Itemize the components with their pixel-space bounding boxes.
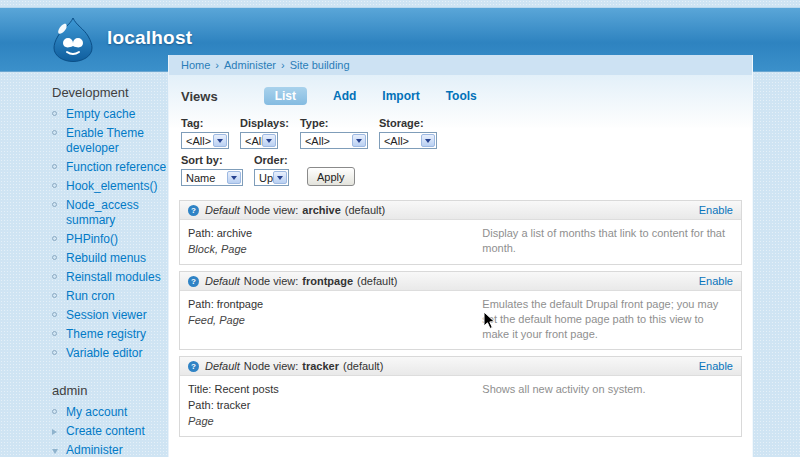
sidebar-item-administer[interactable]: Administer bbox=[52, 443, 168, 457]
dropdown-arrow-icon[interactable] bbox=[273, 171, 287, 184]
leaf-bullet-icon bbox=[52, 236, 57, 241]
collapsed-arrow-icon bbox=[52, 429, 57, 435]
view-name: archive bbox=[302, 204, 341, 216]
type-filter-select[interactable]: <All> bbox=[300, 132, 368, 149]
leaf-bullet-icon bbox=[52, 130, 57, 135]
view-name: frontpage bbox=[302, 275, 353, 287]
leaf-bullet-icon bbox=[52, 164, 57, 169]
leaf-bullet-icon bbox=[52, 183, 57, 188]
help-icon[interactable]: ? bbox=[188, 205, 199, 216]
view-suffix: (default) bbox=[357, 275, 397, 287]
sidebar-item-node-access-summary[interactable]: Node_access summary bbox=[52, 198, 168, 228]
sidebar-item-rebuild-menus[interactable]: Rebuild menus bbox=[52, 251, 168, 266]
breadcrumb-separator: › bbox=[215, 59, 219, 71]
leaf-bullet-icon bbox=[52, 111, 57, 116]
view-path: Path: frontpage bbox=[188, 296, 482, 312]
storage-filter-select[interactable]: <All> bbox=[379, 132, 437, 149]
view-kind-label: Node view: bbox=[244, 275, 298, 287]
view-type-badge: Default bbox=[205, 360, 240, 372]
displays-filter-label: Displays: bbox=[240, 117, 289, 129]
sidebar-item-run-cron[interactable]: Run cron bbox=[52, 289, 168, 304]
leaf-bullet-icon bbox=[52, 274, 57, 279]
views-filters: Tag: <All> Displays: <All> Type: <All> S… bbox=[181, 117, 742, 186]
displays-filter-select[interactable]: <All> bbox=[240, 132, 278, 149]
help-icon[interactable]: ? bbox=[188, 276, 199, 287]
leaf-bullet-icon bbox=[52, 331, 57, 336]
sidebar-item-create-content[interactable]: Create content bbox=[52, 424, 168, 439]
sort-by-label: Sort by: bbox=[181, 154, 243, 166]
sidebar: Development Empty cache Enable Theme dev… bbox=[0, 72, 168, 457]
dropdown-arrow-icon[interactable] bbox=[227, 171, 241, 184]
sidebar-item-function-reference[interactable]: Function reference bbox=[52, 160, 168, 175]
view-kind-label: Node view: bbox=[244, 204, 298, 216]
enable-link[interactable]: Enable bbox=[699, 204, 733, 216]
tab-import[interactable]: Import bbox=[382, 89, 419, 103]
leaf-bullet-icon bbox=[52, 312, 57, 317]
page-title: Views bbox=[181, 89, 218, 104]
storage-filter-label: Storage: bbox=[379, 117, 437, 129]
tag-filter-select[interactable]: <All> bbox=[181, 132, 229, 149]
view-row-archive: ? Default Node view: archive (default) E… bbox=[179, 200, 742, 265]
leaf-bullet-icon bbox=[52, 350, 57, 355]
sidebar-section-development: Development bbox=[52, 85, 168, 100]
sidebar-item-variable-editor[interactable]: Variable editor bbox=[52, 346, 168, 361]
sidebar-item-session-viewer[interactable]: Session viewer bbox=[52, 308, 168, 323]
content-panel: Home › Administer › Site building Views … bbox=[168, 55, 753, 457]
view-path: Path: archive bbox=[188, 225, 482, 241]
dropdown-arrow-icon[interactable] bbox=[421, 134, 435, 147]
view-description: Display a list of months that link to co… bbox=[482, 225, 733, 257]
breadcrumb-separator: › bbox=[281, 59, 285, 71]
view-row-frontpage: ? Default Node view: frontpage (default)… bbox=[179, 271, 742, 350]
view-description: Emulates the default Drupal front page; … bbox=[482, 296, 733, 342]
view-path: Path: tracker bbox=[188, 397, 482, 413]
view-displays: Page bbox=[188, 413, 482, 429]
sidebar-item-reinstall-modules[interactable]: Reinstall modules bbox=[52, 270, 168, 285]
tab-add[interactable]: Add bbox=[333, 89, 356, 103]
enable-link[interactable]: Enable bbox=[699, 360, 733, 372]
order-label: Order: bbox=[254, 154, 289, 166]
view-displays: Block, Page bbox=[188, 241, 482, 257]
leaf-bullet-icon bbox=[52, 293, 57, 298]
sidebar-item-theme-registry[interactable]: Theme registry bbox=[52, 327, 168, 342]
view-type-badge: Default bbox=[205, 204, 240, 216]
tab-tools[interactable]: Tools bbox=[446, 89, 477, 103]
dropdown-arrow-icon[interactable] bbox=[352, 134, 366, 147]
breadcrumb-administer-link[interactable]: Administer bbox=[224, 59, 276, 71]
view-kind-label: Node view: bbox=[244, 360, 298, 372]
sidebar-item-hook-elements[interactable]: Hook_elements() bbox=[52, 179, 168, 194]
apply-button[interactable]: Apply bbox=[307, 167, 355, 186]
dropdown-arrow-icon[interactable] bbox=[262, 134, 276, 147]
sort-by-select[interactable]: Name bbox=[181, 169, 243, 186]
enable-link[interactable]: Enable bbox=[699, 275, 733, 287]
tag-filter-label: Tag: bbox=[181, 117, 229, 129]
help-icon[interactable]: ? bbox=[188, 361, 199, 372]
admin-menu: My account Create content Administer Con… bbox=[52, 405, 168, 457]
breadcrumb-home-link[interactable]: Home bbox=[181, 59, 210, 71]
breadcrumb-site-building-link[interactable]: Site building bbox=[290, 59, 350, 71]
site-title[interactable]: localhost bbox=[107, 27, 192, 49]
development-menu: Empty cache Enable Theme developer Funct… bbox=[52, 107, 168, 361]
sidebar-item-enable-theme-developer[interactable]: Enable Theme developer bbox=[52, 126, 168, 156]
sidebar-section-admin: admin bbox=[52, 383, 168, 398]
view-row-tracker: ? Default Node view: tracker (default) E… bbox=[179, 356, 742, 437]
leaf-bullet-icon bbox=[52, 202, 57, 207]
view-description: Shows all new activity on system. bbox=[482, 381, 733, 429]
views-tabs: List Add Import Tools bbox=[264, 87, 477, 105]
view-displays: Feed, Page bbox=[188, 312, 482, 328]
tab-list[interactable]: List bbox=[264, 87, 307, 105]
sidebar-item-empty-cache[interactable]: Empty cache bbox=[52, 107, 168, 122]
dropdown-arrow-icon[interactable] bbox=[213, 134, 227, 147]
sidebar-item-phpinfo[interactable]: PHPinfo() bbox=[52, 232, 168, 247]
drupal-logo-icon[interactable] bbox=[50, 16, 96, 62]
view-name: tracker bbox=[302, 360, 339, 372]
leaf-bullet-icon bbox=[52, 409, 57, 414]
page-content: Views List Add Import Tools Tag: <All> D… bbox=[169, 75, 752, 457]
expanded-arrow-icon bbox=[52, 449, 58, 454]
view-suffix: (default) bbox=[345, 204, 385, 216]
sidebar-item-my-account[interactable]: My account bbox=[52, 405, 168, 420]
leaf-bullet-icon bbox=[52, 255, 57, 260]
view-title: Title: Recent posts bbox=[188, 381, 482, 397]
mouse-cursor bbox=[483, 311, 497, 331]
view-type-badge: Default bbox=[205, 275, 240, 287]
order-select[interactable]: Up bbox=[254, 169, 289, 186]
